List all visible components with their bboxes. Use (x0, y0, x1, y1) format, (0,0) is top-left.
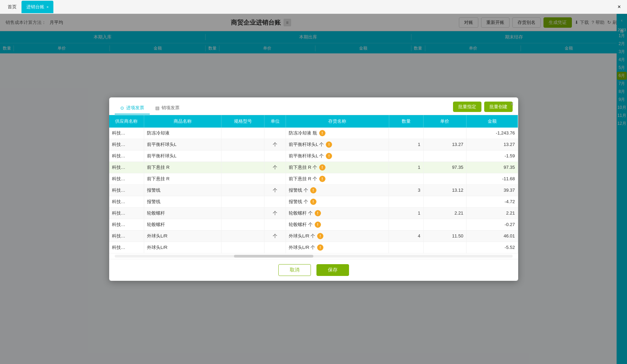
table-row: 科技…报警线个报警线 个!313.1239.37 (109, 184, 518, 196)
warning-icon: ! (310, 187, 316, 193)
tab-purchase-invoice[interactable]: ⊙ 进项发票 (115, 102, 150, 114)
cancel-button[interactable]: 取消 (278, 264, 311, 276)
table-cell: -1,243.76 (466, 128, 518, 139)
table-row: 科技…外球头L/R个外球头L/R 个!411.5046.01 (109, 230, 518, 242)
table-cell: 科技… (109, 162, 144, 173)
table-cell: 3 (389, 184, 423, 196)
table-cell: 科技… (109, 173, 144, 184)
table-row: 科技…前下悬挂 R个前下悬挂 R 个!197.3597.35 (109, 162, 518, 173)
table-cell (221, 219, 264, 230)
modal-footer: 取消 保存 (109, 259, 518, 281)
table-cell: 防冻冷却液 (144, 128, 221, 139)
table-cell (264, 128, 286, 139)
table-cell: 2.21 (466, 207, 518, 219)
table-cell (389, 173, 423, 184)
table-row: 科技…外球头L/R外球头L/R 个!-5.52 (109, 242, 518, 253)
tab-purchase-ledger[interactable]: 进销台账 × (21, 1, 53, 13)
table-cell (264, 219, 286, 230)
window-close-button[interactable]: × (614, 2, 624, 11)
modal-close-button[interactable]: × (510, 101, 514, 107)
table-row: 科技…前平衡杆球头L个前平衡杆球头L 个!113.2713.27 (109, 139, 518, 150)
table-cell: 个 (264, 162, 286, 173)
table-cell (389, 219, 423, 230)
table-row: 科技…轮毂螺杆轮毂螺杆 个!-0.27 (109, 219, 518, 230)
warning-icon: ! (319, 164, 325, 171)
table-cell (389, 150, 423, 162)
warning-icon: ! (310, 199, 316, 205)
table-header-row: 供应商名称 商品名称 规格型号 单位 存货名称 数量 单价 金额 (109, 115, 518, 128)
col-header-stock-name: 存货名称 (286, 115, 389, 128)
table-cell: 科技… (109, 139, 144, 150)
table-cell: 1 (389, 207, 423, 219)
warning-icon: ! (315, 210, 321, 216)
table-cell (221, 128, 264, 139)
warning-icon: ! (317, 244, 323, 251)
table-cell: 外球头L/R 个! (286, 242, 389, 253)
table-cell: 1 (389, 139, 423, 150)
table-cell: 前下悬挂 R 个! (286, 173, 389, 184)
warning-icon: ! (319, 130, 325, 136)
table-cell: 轮毂螺杆 个! (286, 208, 389, 219)
purchase-invoice-icon: ⊙ (120, 105, 124, 111)
warning-icon: ! (319, 176, 325, 182)
table-cell: 防冻冷却液 瓶! (286, 128, 389, 139)
table-cell: 报警线 个! (286, 196, 389, 207)
top-bar: 首页 进销台账 × × (0, 0, 627, 14)
col-header-supplier: 供应商名称 (109, 115, 144, 128)
table-cell (423, 128, 466, 139)
modal-overlay: ⊙ 进项发票 ▤ 销项发票 批量指定 批量创建 × 供应 (0, 14, 627, 364)
tab-sales-invoice[interactable]: ▤ 销项发票 (150, 102, 185, 114)
batch-assign-button[interactable]: 批量指定 (453, 102, 481, 112)
table-cell: 外球头L/R (144, 242, 221, 253)
table-cell: 科技… (109, 219, 144, 230)
table-cell: 前平衡杆球头L 个! (286, 139, 389, 150)
sales-invoice-icon: ▤ (155, 105, 159, 111)
table-cell: 科技… (109, 128, 144, 139)
table-cell: 轮毂螺杆 (144, 219, 221, 230)
table-cell: 97.35 (466, 162, 518, 173)
table-cell (221, 173, 264, 184)
col-header-spec: 规格型号 (221, 115, 264, 128)
table-cell: 外球头L/R 个! (286, 231, 389, 242)
modal-table-body: 科技…防冻冷却液防冻冷却液 瓶!-1,243.76科技…前平衡杆球头L个前平衡杆… (109, 128, 518, 253)
table-cell: 科技… (109, 184, 144, 196)
warning-icon: ! (315, 222, 321, 228)
table-cell (389, 128, 423, 139)
table-cell: 前平衡杆球头L 个! (286, 150, 389, 162)
warning-icon: ! (317, 233, 323, 239)
modal-header: ⊙ 进项发票 ▤ 销项发票 批量指定 批量创建 × (109, 97, 518, 115)
table-cell: 外球头L/R (144, 230, 221, 242)
table-cell: 前下悬挂 R (144, 162, 221, 173)
table-cell: 个 (264, 207, 286, 219)
col-header-amount: 金额 (466, 115, 518, 128)
col-header-product: 商品名称 (144, 115, 221, 128)
table-cell: 报警线 (144, 196, 221, 207)
save-button[interactable]: 保存 (316, 264, 349, 276)
modal-scrollbar[interactable] (115, 255, 513, 258)
modal-scrollbar-thumb (234, 255, 314, 258)
table-cell: -1.59 (466, 150, 518, 162)
table-cell: 科技… (109, 242, 144, 253)
col-header-qty: 数量 (389, 115, 423, 128)
tab-close-icon[interactable]: × (46, 5, 49, 9)
table-row: 科技…前下悬挂 R前下悬挂 R 个!-11.68 (109, 173, 518, 184)
table-cell: 科技… (109, 230, 144, 242)
table-cell: -11.68 (466, 173, 518, 184)
warning-icon: ! (326, 141, 332, 148)
table-cell: 个 (264, 230, 286, 242)
batch-create-button[interactable]: 批量创建 (484, 102, 513, 112)
table-cell: 报警线 个! (286, 185, 389, 196)
table-cell (423, 150, 466, 162)
table-cell (221, 207, 264, 219)
table-cell (264, 242, 286, 253)
col-header-unit: 单位 (264, 115, 286, 128)
tab-home[interactable]: 首页 (3, 1, 21, 13)
modal-header-actions: 批量指定 批量创建 (453, 102, 513, 115)
table-cell (221, 196, 264, 207)
table-cell: 科技… (109, 150, 144, 162)
table-cell (264, 150, 286, 162)
table-cell: 46.01 (466, 230, 518, 242)
table-cell: 13.27 (423, 139, 466, 150)
table-cell: 13.12 (423, 184, 466, 196)
modal-table-wrapper[interactable]: 供应商名称 商品名称 规格型号 单位 存货名称 数量 单价 金额 科技…防冻冷却… (109, 115, 518, 253)
